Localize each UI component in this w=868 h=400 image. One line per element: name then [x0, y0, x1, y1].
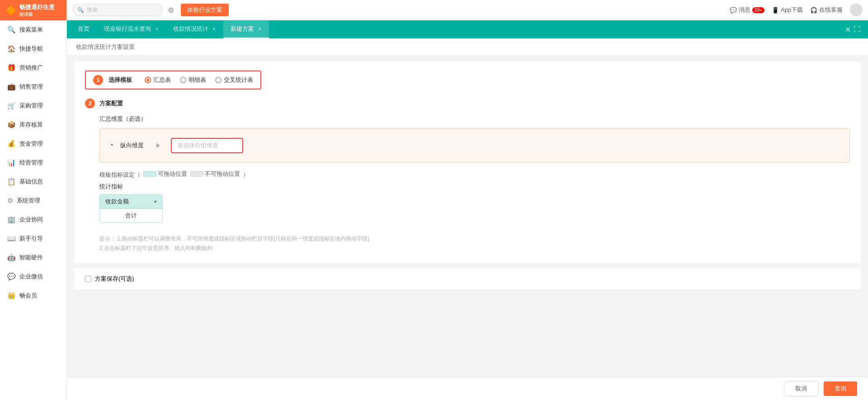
dimension-placeholder: 请选择分组维度	[177, 141, 218, 150]
settings-icon: ⚙	[7, 197, 13, 205]
tab-receipts[interactable]: 收款情况统计 ✕	[166, 20, 223, 38]
cancel-button[interactable]: 取消	[784, 381, 818, 396]
save-checkbox[interactable]	[85, 276, 91, 282]
indicator-legend-row: 模板指标设定（ 可拖动位置 不可拖动位置 ）	[99, 170, 850, 179]
sidebar: 🔶 畅捷通好生意 标准版 🔍 搜索菜单 🏠 快捷导航 🎁 营销推广 💼 销售管理…	[0, 0, 67, 400]
tab-receipts-close[interactable]: ✕	[212, 26, 216, 32]
sidebar-item-label: 畅会员	[19, 292, 37, 300]
building-icon: 🏢	[7, 216, 16, 224]
sidebar-item-sales[interactable]: 💼 销售管理	[0, 77, 66, 96]
radio-summary-circle	[145, 77, 151, 83]
tab-new-plan-close[interactable]: ✕	[258, 26, 262, 32]
sidebar-item-label: 库存核算	[19, 121, 43, 129]
tab-new-plan-label: 新建方案	[231, 25, 254, 33]
radio-summary-label: 汇总表	[153, 76, 171, 84]
hint-2: 2.点击标题栏下拉可设置排序、插入列和删除列	[99, 245, 850, 252]
vertical-dim-label: 纵向维度	[120, 141, 144, 150]
sidebar-item-home[interactable]: 🏠 快捷导航	[0, 39, 66, 58]
clipboard-icon: 📋	[7, 178, 16, 186]
indicator-cell: 合计	[100, 209, 162, 222]
trial-button[interactable]: 体验行业方案	[181, 4, 229, 16]
briefcase-icon: 💼	[7, 83, 16, 91]
indicator-header[interactable]: 收款金额 ▾	[100, 195, 162, 209]
sidebar-item-member[interactable]: 👑 畅会员	[0, 286, 66, 305]
sidebar-item-label: 资金管理	[19, 140, 43, 148]
step1-label: 选择模板	[108, 76, 132, 84]
sidebar-item-system[interactable]: ⚙ 系统管理	[0, 191, 66, 210]
save-label: 方案保存(可选)	[95, 275, 134, 283]
search-icon: 🔍	[7, 26, 16, 34]
step1-num: 1	[93, 75, 103, 85]
tab-cashflow-close[interactable]: ✕	[155, 26, 159, 32]
dimension-select[interactable]: 请选择分组维度	[171, 138, 243, 153]
bottom-section: 方案保存(可选)	[74, 268, 861, 289]
tab-home-label: 首页	[78, 25, 90, 33]
sidebar-item-purchase[interactable]: 🛒 采购管理	[0, 96, 66, 115]
window-maximize-icon[interactable]: ⛶	[854, 25, 861, 33]
nodrag-legend-box	[190, 171, 203, 177]
step2-num: 2	[85, 99, 95, 108]
notification-icon: 💬	[730, 7, 737, 14]
tab-new-plan[interactable]: 新建方案 ✕	[223, 20, 269, 38]
tab-receipts-label: 收款情况统计	[173, 25, 208, 33]
sidebar-item-basics[interactable]: 📋 基础信息	[0, 172, 66, 191]
sidebar-item-inventory[interactable]: 📦 库存核算	[0, 115, 66, 134]
sidebar-item-label: 智能硬件	[19, 254, 43, 262]
dimension-required-star: *	[111, 142, 113, 149]
chevron-down-icon: ▾	[154, 199, 157, 205]
sidebar-item-enterprise[interactable]: 🏢 企业协同	[0, 210, 66, 229]
sidebar-item-label: 新手引导	[19, 235, 43, 243]
download-item[interactable]: 📱 App下载	[772, 6, 803, 14]
radio-detail[interactable]: 明细表	[180, 76, 206, 84]
gift-icon: 🎁	[7, 64, 16, 72]
window-close-icon[interactable]: ✕	[845, 25, 851, 34]
sidebar-item-finance[interactable]: 💰 资金管理	[0, 134, 66, 153]
step2-label: 方案配置	[99, 99, 123, 108]
radio-group-template: 汇总表 明细表 交叉统计表	[145, 76, 253, 84]
tab-cashflow-label: 现金银行流水查询	[104, 25, 151, 33]
tabbar-actions: ✕ ⛶	[845, 20, 864, 38]
logo-text: 畅捷通好生意	[19, 3, 55, 11]
topbar-search[interactable]: 🔍 搜索	[72, 4, 163, 16]
crown-icon: 👑	[7, 292, 16, 300]
chat-icon: 💬	[7, 273, 16, 281]
radio-cross[interactable]: 交叉统计表	[215, 76, 253, 84]
indicator-label: 统计指标	[99, 183, 850, 191]
radio-summary[interactable]: 汇总表	[145, 76, 171, 84]
form-section: 1 选择模板 汇总表 明细表 交叉统计表	[74, 61, 861, 263]
nodrag-legend-label: 不可拖动位置	[205, 170, 240, 178]
radio-cross-label: 交叉统计表	[224, 76, 253, 84]
tabbar: 首页 现金银行流水查询 ✕ 收款情况统计 ✕ 新建方案 ✕ ✕ ⛶	[67, 20, 868, 38]
chart-icon: 📊	[7, 159, 16, 167]
sidebar-item-management[interactable]: 📊 经营管理	[0, 153, 66, 172]
logo-icon: 🔶	[5, 5, 17, 16]
tab-cashflow[interactable]: 现金银行流水查询 ✕	[97, 20, 166, 38]
sidebar-item-wechat[interactable]: 💬 企业微信	[0, 267, 66, 286]
box-icon: 📦	[7, 121, 16, 129]
logo-sub: 标准版	[19, 11, 55, 18]
user-avatar[interactable]	[850, 4, 863, 16]
home-icon: 🏠	[7, 45, 16, 53]
sidebar-item-label: 系统管理	[17, 197, 40, 205]
service-icon: 🎧	[810, 7, 817, 14]
sidebar-item-label: 采购管理	[19, 102, 43, 110]
notification-item[interactable]: 💬 消息 99+	[730, 6, 764, 14]
tab-home[interactable]: 首页	[71, 20, 97, 38]
sidebar-item-hardware[interactable]: 🤖 智能硬件	[0, 248, 66, 267]
page-title: 收款情况统计方案设置	[67, 38, 868, 56]
indicator-header-text: 收款金额	[105, 198, 129, 206]
sidebar-item-label: 企业协同	[19, 216, 43, 224]
sidebar-item-marketing[interactable]: 🎁 营销推广	[0, 58, 66, 77]
service-item[interactable]: 🎧 在线客服	[810, 6, 843, 14]
sidebar-item-guide[interactable]: 📖 新手引导	[0, 229, 66, 248]
page-title-text: 收款情况统计方案设置	[76, 43, 135, 50]
page-content: 收款情况统计方案设置 1 选择模板 汇总表 明细表	[67, 38, 868, 376]
sidebar-item-label: 经营管理	[19, 159, 43, 167]
radio-cross-circle	[215, 77, 222, 83]
sidebar-item-label: 销售管理	[19, 83, 43, 91]
query-button[interactable]: 查询	[824, 381, 857, 396]
sidebar-logo: 🔶 畅捷通好生意 标准版	[0, 0, 66, 20]
indicator-section-label: 统计指标	[99, 183, 123, 190]
sidebar-item-search[interactable]: 🔍 搜索菜单	[0, 20, 66, 39]
settings-button[interactable]: ⚙	[165, 4, 177, 16]
